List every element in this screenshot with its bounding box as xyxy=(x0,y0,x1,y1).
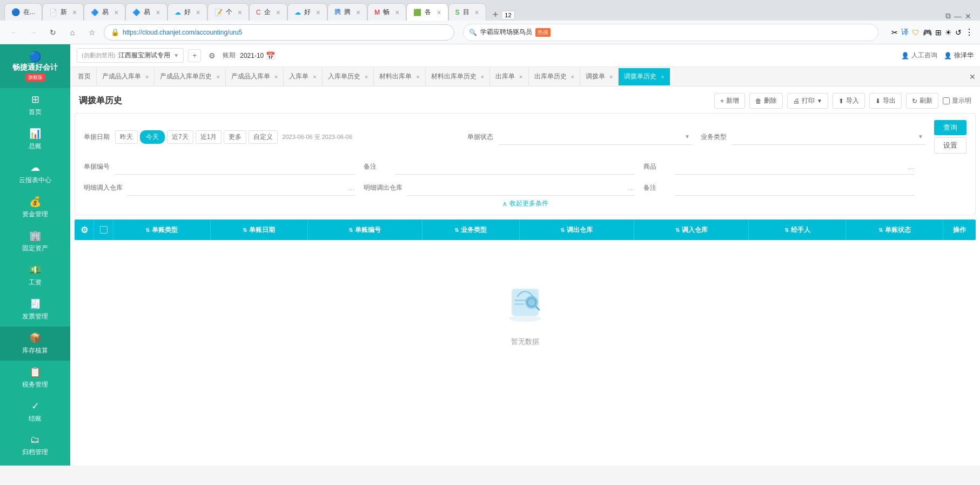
tab-close-8[interactable]: × xyxy=(316,8,320,17)
date-today[interactable]: 今天 xyxy=(140,130,165,144)
browser-tab-s[interactable]: S 目 × xyxy=(448,3,486,21)
browser-tab-5[interactable]: ☁ 好 × xyxy=(167,3,207,21)
new-tab-button[interactable]: + xyxy=(493,9,499,21)
tab-close-4[interactable]: × xyxy=(156,8,160,17)
forward-button[interactable]: → xyxy=(26,25,41,40)
browser-tab-6[interactable]: 📝 个 × xyxy=(207,3,249,21)
browser-tab-2[interactable]: 📄 新 × xyxy=(42,3,84,21)
note-filter-input[interactable] xyxy=(675,181,915,196)
detail-out-filter-input[interactable] xyxy=(407,180,625,195)
gamepad-icon[interactable]: 🎮 xyxy=(923,28,932,37)
bookmark-button[interactable]: ☆ xyxy=(84,25,99,40)
export-button[interactable]: ⬇ 导出 xyxy=(869,93,902,109)
sidebar-item-home[interactable]: ⊞ 首页 xyxy=(0,88,70,122)
page-tab-store-in[interactable]: 入库单 × xyxy=(284,68,322,85)
topbar-settings-button[interactable]: ⚙ xyxy=(205,49,218,62)
back-button[interactable]: ← xyxy=(6,25,22,40)
tab-close-3[interactable]: × xyxy=(114,8,118,17)
filter-settings-button[interactable]: 设置 xyxy=(934,137,966,154)
date-custom[interactable]: 自定义 xyxy=(249,130,278,144)
sidebar-item-inventory[interactable]: 📦 库存核算 xyxy=(0,327,70,361)
tab-transfer-close[interactable]: × xyxy=(609,74,613,80)
th-date[interactable]: ⇅ 单账日期 xyxy=(211,220,308,240)
tab-in1h-close[interactable]: × xyxy=(216,74,219,80)
sidebar-item-ledger[interactable]: 📊 总账 xyxy=(0,122,70,156)
restore-button[interactable]: ⧉ xyxy=(945,11,951,21)
page-tab-in2[interactable]: 产成品入库单 × xyxy=(226,68,284,85)
tab-close-5[interactable]: × xyxy=(196,8,200,17)
sidebar-item-assets[interactable]: 🏢 固定资产 xyxy=(0,224,70,258)
sidebar-item-invoice[interactable]: 🧾 发票管理 xyxy=(0,293,70,327)
tab-close-9[interactable]: × xyxy=(356,8,360,17)
date-more[interactable]: 更多 xyxy=(224,130,246,144)
page-tab-mat-out-h[interactable]: 材料出库单历史 × xyxy=(426,68,490,85)
grid-icon[interactable]: ⊞ xyxy=(935,28,942,37)
th-handler[interactable]: ⇅ 经手人 xyxy=(749,220,846,240)
period-selector[interactable]: 2021-10 📅 xyxy=(240,51,275,60)
browser-tab-9[interactable]: 腾 腾 × xyxy=(327,3,367,21)
th-type[interactable]: ⇅ 单账类型 xyxy=(113,220,211,240)
menu-icon[interactable]: ⋮ xyxy=(965,27,974,37)
page-tab-in1[interactable]: 产成品入库单 × xyxy=(97,68,155,85)
page-tab-out-h[interactable]: 出库单历史 × xyxy=(529,68,580,85)
th-number[interactable]: ⇅ 单账编号 xyxy=(308,220,422,240)
detail-out-more-icon[interactable]: … xyxy=(627,183,635,192)
refresh-browser-button[interactable]: ↻ xyxy=(45,25,61,40)
browser-tab-10[interactable]: M 畅 × xyxy=(367,3,406,21)
close-button[interactable]: ✕ xyxy=(965,12,971,21)
tab-close-7[interactable]: × xyxy=(276,8,280,17)
add-company-button[interactable]: + xyxy=(188,49,201,62)
shield-icon[interactable]: 🛡 xyxy=(912,28,919,37)
status-select[interactable]: 全部 草稿 已审核 xyxy=(499,129,692,144)
page-tab-in1h[interactable]: 产成品入库单历史 × xyxy=(155,68,225,85)
help-button[interactable]: 👤 人工咨询 xyxy=(901,51,937,60)
browser-tab-active[interactable]: 🟩 各 × xyxy=(406,3,448,21)
tab-close-2[interactable]: × xyxy=(72,8,77,17)
collapse-button[interactable]: ∧ 收起更多条件 xyxy=(502,199,548,208)
minimize-button[interactable]: — xyxy=(954,12,962,21)
date-1month[interactable]: 近1月 xyxy=(196,130,222,144)
print-button[interactable]: 🖨 打印 ▼ xyxy=(787,93,828,109)
tab-mat-out-close[interactable]: × xyxy=(416,74,419,80)
page-tab-home[interactable]: 首页 xyxy=(72,68,97,85)
address-bar[interactable]: 🔒 https://cloud.chanjet.com/accounting/u… xyxy=(104,24,454,41)
th-checkbox[interactable] xyxy=(94,220,113,240)
browser-tab-8[interactable]: ☁ 好 × xyxy=(287,3,327,21)
detail-in-filter-input[interactable] xyxy=(127,180,345,195)
show-all-checkbox[interactable] xyxy=(943,97,950,104)
th-biz[interactable]: ⇅ 业务类型 xyxy=(422,220,520,240)
select-all-checkbox[interactable] xyxy=(100,226,108,234)
search-bar[interactable]: 🔍 学霸应聘场驱鸟员 热搜 xyxy=(463,24,878,41)
tab-out-h-close[interactable]: × xyxy=(571,74,574,80)
sidebar-item-close[interactable]: ✓ 结账 xyxy=(0,395,70,429)
date-yesterday[interactable]: 昨天 xyxy=(115,130,138,144)
tab-mat-out-h-close[interactable]: × xyxy=(481,74,484,80)
page-tab-transfer[interactable]: 调拨单 × xyxy=(580,68,619,85)
sidebar-item-payroll[interactable]: 💵 工资 xyxy=(0,258,70,293)
tab-in1-close[interactable]: × xyxy=(145,74,149,80)
goods-more-icon[interactable]: … xyxy=(907,162,915,171)
browser-tab-7[interactable]: C 企 × xyxy=(249,3,287,21)
browser-tab-3[interactable]: 🔷 易 × xyxy=(84,3,125,21)
browser-tab-1[interactable]: 🔵 在... xyxy=(4,3,42,21)
th-status[interactable]: ⇅ 单账状态 xyxy=(846,220,943,240)
translate-icon[interactable]: 译 xyxy=(901,28,909,37)
scissors-icon[interactable]: ✂ xyxy=(891,28,898,37)
browser-tab-4[interactable]: 🔷 易 × xyxy=(125,3,167,21)
page-tab-transfer-h[interactable]: 调拨单历史 × xyxy=(619,68,670,85)
goods-filter-input[interactable] xyxy=(675,159,905,174)
add-record-button[interactable]: + 新增 xyxy=(714,93,745,109)
query-button[interactable]: 查询 xyxy=(934,120,966,135)
home-button[interactable]: ⌂ xyxy=(65,25,80,40)
biz-select[interactable]: 全部 xyxy=(732,129,925,144)
tab-store-in-close[interactable]: × xyxy=(313,74,316,80)
th-settings[interactable]: ⚙ xyxy=(75,220,94,240)
sidebar-item-archive[interactable]: 🗂 归档管理 xyxy=(0,429,70,462)
undo-icon[interactable]: ↺ xyxy=(955,28,962,37)
tab-close-active[interactable]: × xyxy=(437,8,441,17)
detail-in-more-icon[interactable]: … xyxy=(347,183,355,192)
tab-in2-close[interactable]: × xyxy=(274,74,278,80)
page-tab-store-in-h[interactable]: 入库单历史 × xyxy=(323,68,374,85)
close-tab-button[interactable]: ✕ xyxy=(969,72,976,81)
page-tab-out[interactable]: 出库单 × xyxy=(490,68,528,85)
